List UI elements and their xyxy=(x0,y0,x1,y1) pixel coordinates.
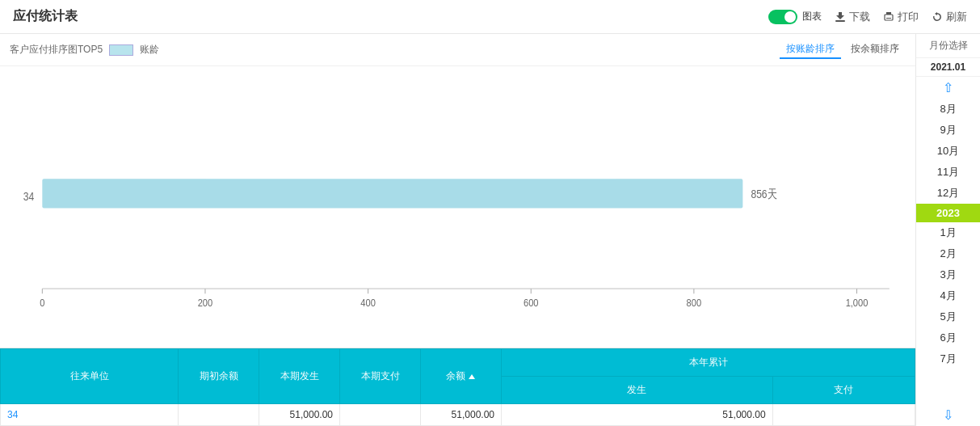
month-item-8[interactable]: 8月 xyxy=(916,99,980,120)
chart-legend: 客户应付排序图TOP5 账龄 xyxy=(10,43,159,57)
sort-icon xyxy=(468,373,476,381)
month-item-7[interactable]: 7月 xyxy=(916,348,980,369)
cell-balance: 51,000.00 xyxy=(421,404,502,426)
month-sidebar: 月份选择 2021.01 ⇧ 8月 9月 10月 11月 12月 2023 1月… xyxy=(915,34,980,426)
cell-current-occur: 51,000.00 xyxy=(259,404,340,426)
svg-text:400: 400 xyxy=(360,297,376,309)
chart-toggle[interactable] xyxy=(768,10,797,24)
year-badge-2023[interactable]: 2023 xyxy=(916,204,980,222)
refresh-button[interactable]: 刷新 xyxy=(932,10,967,24)
svg-text:856天: 856天 xyxy=(751,188,776,200)
cell-ytd-occur: 51,000.00 xyxy=(502,404,773,426)
svg-text:600: 600 xyxy=(524,297,539,309)
print-icon xyxy=(883,11,894,23)
month-list: 8月 9月 10月 11月 12月 2023 1月 2月 3月 4月 5月 6月… xyxy=(916,99,980,404)
month-item-1[interactable]: 1月 xyxy=(916,222,980,243)
cell-opening xyxy=(179,404,259,426)
month-item-11[interactable]: 11月 xyxy=(916,162,980,183)
svg-rect-1 xyxy=(885,15,893,20)
svg-rect-5 xyxy=(42,179,742,208)
download-button[interactable]: 下载 xyxy=(835,10,870,24)
month-item-2[interactable]: 2月 xyxy=(916,243,980,264)
th-ytd-occur: 发生 xyxy=(502,377,773,404)
th-current-pay: 本期支付 xyxy=(340,349,421,404)
month-item-6[interactable]: 6月 xyxy=(916,327,980,348)
sort-by-age-button[interactable]: 按账龄排序 xyxy=(780,40,841,59)
header-actions: 图表 下载 打印 刷新 xyxy=(768,10,967,24)
chart-toolbar: 客户应付排序图TOP5 账龄 按账龄排序 按余额排序 xyxy=(0,34,915,66)
chart-toggle-label: 图表 xyxy=(802,10,822,23)
bar-chart: 34 856天 0 200 400 600 xyxy=(10,73,906,348)
th-ytd-pay: 支付 xyxy=(772,377,915,404)
legend-title: 客户应付排序图TOP5 xyxy=(10,43,103,57)
svg-text:34: 34 xyxy=(23,190,35,203)
svg-text:1,000: 1,000 xyxy=(846,297,869,309)
chart-toggle-group: 图表 xyxy=(768,10,822,24)
month-item-9[interactable]: 9月 xyxy=(916,120,980,141)
table-section: 往来单位 期初余额 本期发生 本期支付 余额 本年累计 发生 xyxy=(0,348,915,426)
th-ytd-group: 本年累计 xyxy=(502,349,915,377)
unit-link[interactable]: 34 xyxy=(7,409,18,420)
cell-unit: 34 xyxy=(1,404,179,426)
refresh-label: 刷新 xyxy=(946,10,967,24)
chart-sort-buttons: 按账龄排序 按余额排序 xyxy=(780,40,906,59)
legend-box-label: 账龄 xyxy=(140,43,159,57)
data-table: 往来单位 期初余额 本期发生 本期支付 余额 本年累计 发生 xyxy=(0,348,915,426)
svg-rect-0 xyxy=(835,20,845,22)
svg-marker-20 xyxy=(469,374,475,379)
scroll-up-button[interactable]: ⇧ xyxy=(916,77,980,99)
sort-by-balance-button[interactable]: 按余额排序 xyxy=(844,40,906,59)
month-item-5[interactable]: 5月 xyxy=(916,306,980,327)
th-balance: 余额 xyxy=(421,349,502,404)
month-item-3[interactable]: 3月 xyxy=(916,264,980,285)
page-title: 应付统计表 xyxy=(13,8,78,25)
print-button[interactable]: 打印 xyxy=(883,10,919,24)
svg-text:800: 800 xyxy=(687,297,702,309)
month-item-10[interactable]: 10月 xyxy=(916,141,980,162)
svg-rect-3 xyxy=(886,18,891,19)
svg-text:0: 0 xyxy=(40,297,44,309)
th-current-occur: 本期发生 xyxy=(259,349,340,404)
table-row: 34 51,000.00 51,000.00 51,000.00 xyxy=(1,404,915,426)
month-item-12[interactable]: 12月 xyxy=(916,183,980,204)
legend-box xyxy=(109,44,133,56)
cell-ytd-pay xyxy=(772,404,915,426)
svg-text:200: 200 xyxy=(198,297,213,309)
sidebar-title: 月份选择 xyxy=(916,34,980,58)
month-item-4[interactable]: 4月 xyxy=(916,285,980,306)
th-unit: 往来单位 xyxy=(1,349,179,404)
download-icon xyxy=(835,11,846,23)
refresh-icon xyxy=(932,11,943,23)
bar-chart-container: 34 856天 0 200 400 600 xyxy=(0,66,915,348)
cell-current-pay xyxy=(340,404,421,426)
svg-rect-2 xyxy=(886,12,891,15)
sidebar-current-date[interactable]: 2021.01 xyxy=(916,58,980,77)
th-opening: 期初余额 xyxy=(179,349,259,404)
download-label: 下载 xyxy=(849,10,870,24)
print-label: 打印 xyxy=(898,10,919,24)
scroll-down-button[interactable]: ⇩ xyxy=(916,404,980,426)
